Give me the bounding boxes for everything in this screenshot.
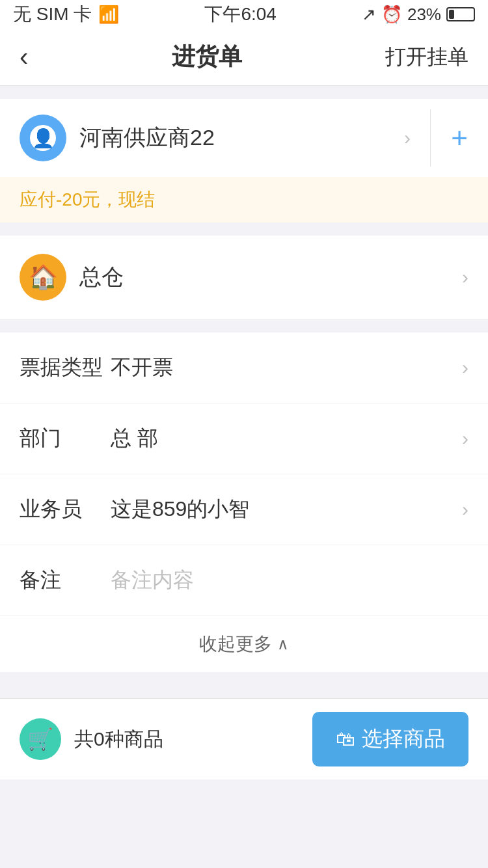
- nav-bar: ‹ 进货单 打开挂单: [0, 29, 488, 86]
- person-icon: 👤: [32, 128, 55, 149]
- supplier-selector[interactable]: 👤 河南供应商22 ›: [0, 99, 430, 177]
- alarm-icon: ⏰: [381, 5, 402, 25]
- salesperson-chevron-icon: ›: [462, 498, 468, 521]
- department-label: 部门: [20, 424, 111, 453]
- chevron-right-icon: ›: [404, 127, 411, 149]
- warehouse-icon: 🏠: [20, 254, 66, 301]
- invoice-chevron-icon: ›: [462, 357, 468, 379]
- salesperson-row[interactable]: 业务员 这是859的小智 ›: [0, 474, 488, 545]
- avatar-inner: 👤: [30, 125, 56, 151]
- wifi-icon: 📶: [98, 5, 119, 25]
- collapse-icon: ∧: [277, 635, 289, 653]
- salesperson-value: 这是859的小智: [111, 495, 462, 524]
- department-chevron-icon: ›: [462, 427, 468, 450]
- collapse-section[interactable]: 收起更多 ∧: [0, 616, 488, 672]
- warehouse-name: 总仓: [79, 262, 462, 292]
- collapse-label: 收起更多: [199, 632, 272, 657]
- status-right: ↗ ⏰ 23%: [362, 5, 475, 25]
- status-left: 无 SIM 卡 📶: [13, 2, 119, 27]
- open-pending-button[interactable]: 打开挂单: [385, 43, 468, 72]
- invoice-type-row[interactable]: 票据类型 不开票 ›: [0, 332, 488, 403]
- form-section: 票据类型 不开票 › 部门 总 部 › 业务员 这是859的小智 › 备注 备注…: [0, 332, 488, 616]
- invoice-type-value: 不开票: [111, 353, 462, 382]
- page-title: 进货单: [172, 41, 242, 73]
- section-gap-4: [0, 672, 488, 685]
- department-row[interactable]: 部门 总 部 ›: [0, 403, 488, 474]
- warehouse-chevron-icon: ›: [462, 266, 468, 288]
- supplier-avatar: 👤: [20, 115, 66, 161]
- gray-fill-area: [0, 780, 488, 868]
- status-time: 下午6:04: [204, 2, 277, 27]
- select-product-icon: 🛍: [336, 728, 355, 750]
- select-product-label: 选择商品: [362, 725, 445, 753]
- carrier-label: 无 SIM 卡: [13, 2, 92, 27]
- section-gap-2: [0, 223, 488, 236]
- product-icon: 🛒: [20, 718, 61, 760]
- supplier-section: 👤 河南供应商22 › +: [0, 99, 488, 177]
- remark-label: 备注: [20, 566, 111, 595]
- product-count-label: 共0种商品: [74, 726, 312, 753]
- warehouse-icon-glyph: 🏠: [29, 264, 58, 291]
- warehouse-row[interactable]: 🏠 总仓 ›: [0, 236, 488, 319]
- notice-bar: 应付-20元，现结: [0, 177, 488, 223]
- section-gap-3: [0, 319, 488, 332]
- product-icon-glyph: 🛒: [27, 727, 53, 752]
- department-value: 总 部: [111, 424, 462, 453]
- bottom-bar: 🛒 共0种商品 🛍 选择商品: [0, 698, 488, 780]
- section-gap-1: [0, 86, 488, 99]
- notice-text: 应付-20元，现结: [20, 189, 155, 210]
- salesperson-label: 业务员: [20, 495, 111, 524]
- location-icon: ↗: [362, 5, 376, 25]
- remark-row[interactable]: 备注 备注内容: [0, 545, 488, 616]
- supplier-name: 河南供应商22: [79, 123, 404, 153]
- select-product-button[interactable]: 🛍 选择商品: [312, 712, 468, 766]
- battery-percent: 23%: [407, 5, 441, 25]
- status-bar: 无 SIM 卡 📶 下午6:04 ↗ ⏰ 23%: [0, 0, 488, 29]
- invoice-type-label: 票据类型: [20, 353, 111, 382]
- battery-icon: [446, 7, 475, 21]
- back-button[interactable]: ‹: [20, 42, 28, 72]
- add-supplier-button[interactable]: +: [431, 99, 488, 177]
- remark-input[interactable]: 备注内容: [111, 566, 468, 595]
